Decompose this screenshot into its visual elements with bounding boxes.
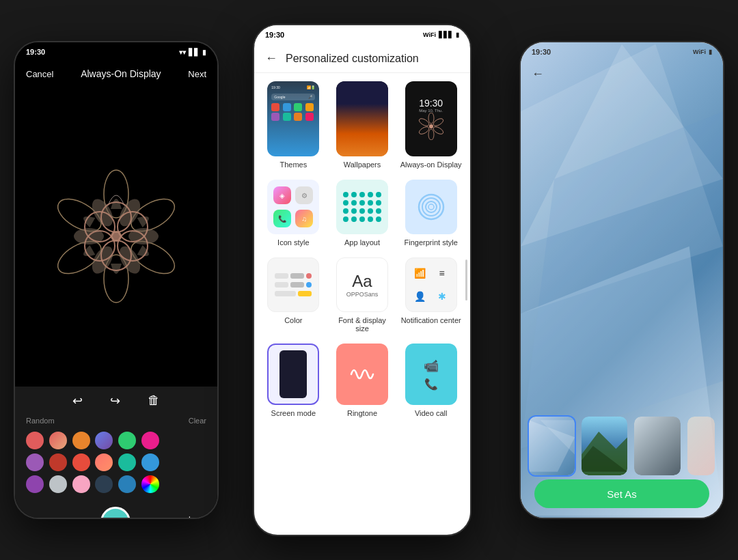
- record-button[interactable]: [100, 507, 131, 519]
- right-phone-bg: 19:30 WiFi ▮ ←: [521, 42, 723, 518]
- center-status-icons: WiFi ▋▋▋ ▮: [423, 31, 459, 38]
- color-swatch-teal[interactable]: [118, 453, 136, 471]
- app-layout-item[interactable]: App layout: [331, 180, 394, 247]
- color-swatch-silver[interactable]: [49, 475, 67, 493]
- wallpaper-option-2[interactable]: [580, 415, 629, 477]
- phone-left: 19:30 ▾▾ ▋▋ ▮ Cancel Always-On Display N…: [14, 41, 219, 519]
- color-swatch-violet[interactable]: [26, 475, 44, 493]
- color-swatch-green[interactable]: [118, 432, 136, 449]
- layout-dots: [338, 186, 387, 227]
- app-layout-thumbnail: [336, 180, 388, 234]
- bars-notif-icon: ≡: [439, 268, 445, 279]
- next-button[interactable]: Next: [188, 69, 206, 79]
- color-swatch-blue[interactable]: [141, 453, 159, 471]
- wallpapers-label: Wallpapers: [344, 160, 381, 169]
- redo-icon[interactable]: ↪: [110, 393, 120, 408]
- svg-point-25: [429, 124, 433, 128]
- screen-mode-label: Screen mode: [271, 409, 316, 417]
- color-swatch-pink[interactable]: [141, 432, 159, 449]
- right-status-icons: WiFi ▮: [693, 48, 712, 55]
- right-status-bar: 19:30 WiFi ▮: [521, 42, 723, 61]
- snowflake-design: [48, 168, 184, 305]
- video-label: Video call: [415, 409, 448, 417]
- color-grid-row3: [23, 475, 209, 493]
- fingerprint-thumbnail: [405, 180, 457, 234]
- notification-item[interactable]: 📶 ≡ 👤 ✱ Notification center: [400, 257, 462, 333]
- svg-point-29: [428, 204, 434, 210]
- custom-row-3: Color Aa OPPOSans Font & display size 📶 …: [262, 257, 462, 333]
- wallpaper-option-4[interactable]: [686, 415, 716, 477]
- mini-icon-1: ◈: [273, 186, 291, 204]
- mini-icon-2: ⚙: [295, 186, 313, 204]
- right-wifi-icon: WiFi: [693, 48, 706, 55]
- color-swatch-bright-red[interactable]: [72, 453, 90, 471]
- aod-label: Always-on Display: [400, 160, 462, 169]
- script-icon[interactable]: ✒: [37, 514, 47, 519]
- svg-point-18: [111, 231, 122, 242]
- back-button[interactable]: ←: [265, 51, 277, 66]
- person-notif-icon: 👤: [414, 291, 426, 302]
- wallpapers-item[interactable]: Wallpapers: [331, 81, 394, 169]
- color-swatch-rainbow[interactable]: [141, 475, 159, 493]
- snowflake-icon[interactable]: ❄: [184, 514, 195, 519]
- random-label[interactable]: Random: [26, 417, 55, 425]
- right-back-button[interactable]: ←: [532, 67, 544, 81]
- font-aa-text: Aa: [352, 272, 372, 291]
- left-signal-icon: ▋▋: [189, 48, 200, 56]
- color-swatch-sky-blue[interactable]: [118, 475, 136, 493]
- theme-icons: [271, 103, 315, 121]
- left-status-bar: 19:30 ▾▾ ▋▋ ▮: [15, 42, 217, 61]
- center-status-bar: 19:30 WiFi ▋▋▋ ▮: [254, 25, 470, 44]
- cancel-button[interactable]: Cancel: [26, 69, 53, 79]
- delete-icon[interactable]: 🗑: [148, 393, 160, 408]
- color-grid-row2: [23, 453, 209, 471]
- center-header: ← Personalized customization: [254, 44, 470, 73]
- video-icons: 📹 📞: [424, 359, 439, 391]
- color-swatch-red[interactable]: [26, 432, 44, 449]
- custom-row-1: 19:30📶🔋 Google 🎤: [262, 81, 462, 169]
- color-swatch-purple-blue[interactable]: [95, 432, 113, 449]
- center-title: Personalized customization: [286, 53, 419, 65]
- color-swatch-orange-red[interactable]: [49, 432, 67, 449]
- notification-label: Notification center: [401, 316, 461, 324]
- mini-icon-4: ♫: [295, 210, 313, 227]
- fingerprint-item[interactable]: Fingerprint style: [400, 180, 462, 247]
- wifi-notif-icon: 📶: [414, 268, 426, 279]
- screen-mode-item[interactable]: Screen mode: [262, 344, 325, 417]
- scroll-indicator: [465, 260, 467, 300]
- svg-point-22: [428, 129, 434, 140]
- right-battery-icon: ▮: [709, 48, 712, 55]
- video-item[interactable]: 📹 📞 Video call: [400, 344, 462, 417]
- color-swatch-purple[interactable]: [26, 453, 44, 471]
- wallpaper-options: [528, 415, 716, 477]
- theme-mini-screen: 19:30📶🔋 Google 🎤: [267, 81, 319, 156]
- color-swatch-orange[interactable]: [72, 432, 90, 449]
- color-thumbnail: [267, 257, 319, 312]
- color-swatch-dark[interactable]: [95, 475, 113, 493]
- themes-item[interactable]: 19:30📶🔋 Google 🎤: [262, 81, 325, 169]
- clear-label[interactable]: Clear: [189, 417, 206, 425]
- app-layout-label: App layout: [344, 238, 380, 247]
- font-item[interactable]: Aa OPPOSans Font & display size: [331, 257, 394, 333]
- theme-status: 19:30📶🔋: [271, 85, 315, 89]
- ringtone-item[interactable]: Ringtone: [331, 344, 394, 417]
- color-swatch-salmon[interactable]: [95, 453, 113, 471]
- wallpaper-option-1[interactable]: [528, 415, 576, 477]
- screen-mode-inner: [279, 350, 307, 398]
- color-item[interactable]: Color: [262, 257, 325, 333]
- customization-grid[interactable]: 19:30📶🔋 Google 🎤: [254, 73, 470, 521]
- color-swatch-dark-red[interactable]: [49, 453, 67, 471]
- set-as-button[interactable]: Set As: [534, 479, 709, 508]
- ringtone-label: Ringtone: [347, 409, 377, 417]
- aod-mini-time: 19:30: [419, 98, 443, 109]
- icon-style-item[interactable]: ◈ ⚙ 📞 ♫ Icon style: [262, 180, 325, 247]
- wallpaper-option-3[interactable]: [633, 415, 681, 477]
- undo-icon[interactable]: ↩: [72, 393, 83, 408]
- wallpapers-thumbnail: [336, 81, 388, 156]
- phone-container: 19:30 ▾▾ ▋▋ ▮ Cancel Always-On Display N…: [0, 0, 738, 560]
- mini-icon-3: 📞: [273, 210, 291, 227]
- icon-style-thumbnail: ◈ ⚙ 📞 ♫: [267, 180, 319, 234]
- aod-item[interactable]: 19:30 May 10, Thu.: [400, 81, 462, 169]
- color-swatch-light-pink[interactable]: [72, 475, 90, 493]
- svg-point-19: [428, 113, 434, 124]
